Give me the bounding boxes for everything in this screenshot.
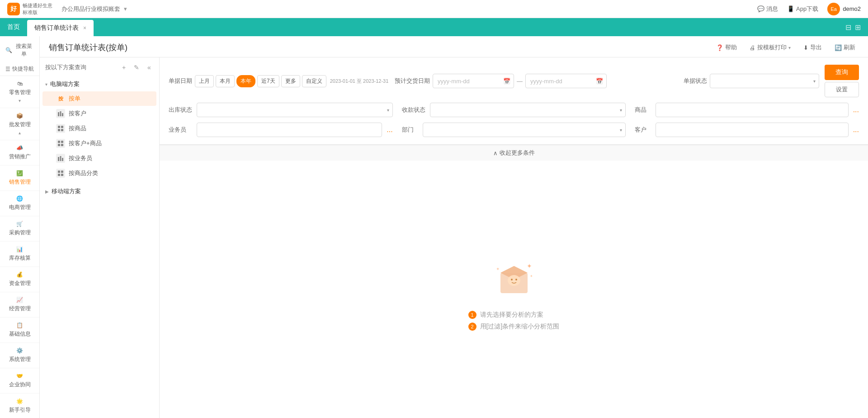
- dept-select[interactable]: [423, 123, 626, 137]
- dept-select-wrap: ▾: [423, 123, 626, 137]
- left-panel-title: 按以下方案查询: [45, 63, 86, 71]
- left-panel: 按以下方案查询 + ✎ « ▾ 电脑端方案 按: [40, 57, 160, 418]
- add-scheme-button[interactable]: +: [119, 63, 128, 72]
- product-ellipsis-button[interactable]: ...: [853, 106, 859, 114]
- right-content: 单据日期 上月 本月 本年 近7天 更多 自定义 2023-01-01 至 20…: [160, 57, 868, 418]
- refresh-button[interactable]: 🔄 刷新: [831, 42, 859, 53]
- sidebar-item-inventory[interactable]: 📊 库存核算: [0, 242, 39, 267]
- salesman-input[interactable]: [197, 123, 382, 137]
- edit-scheme-button[interactable]: ✎: [132, 63, 141, 72]
- status-select[interactable]: [710, 74, 819, 88]
- last-month-button[interactable]: 上月: [195, 75, 214, 87]
- tab-sales-order-summary[interactable]: 销售订单统计表 ×: [27, 20, 94, 36]
- sidebar-item-purchase[interactable]: 🛒 采购管理: [0, 216, 39, 242]
- svg-rect-15: [61, 171, 63, 173]
- export-button[interactable]: ⬇ 导出: [800, 42, 826, 53]
- top-bar-left: 好 畅捷通好生意 标准版 办公用品行业模拟账套 ▾: [7, 2, 127, 15]
- svg-rect-5: [58, 129, 60, 131]
- left-panel-icons: + ✎ «: [119, 63, 154, 72]
- mobile-scheme-group: ▶ 移动端方案: [40, 183, 159, 200]
- message-button[interactable]: 💬 消息: [757, 5, 778, 13]
- salesman-ellipsis-button[interactable]: ...: [387, 126, 392, 134]
- download-icon: 📱: [787, 5, 794, 12]
- scheme-item-by-cust-prod[interactable]: 按客户+商品: [42, 136, 156, 151]
- newbie-icon: 🌟: [16, 398, 23, 404]
- filter-row-2: 出库状态 ▾ 收款状态 ▾: [169, 103, 859, 117]
- scheme-item-by-customer[interactable]: 按客户: [42, 106, 156, 121]
- inventory-icon: 📊: [16, 246, 23, 252]
- scheme-item-by-category[interactable]: 按商品分类: [42, 166, 156, 180]
- sidebar-item-finance[interactable]: 💰 资金管理: [0, 267, 39, 292]
- svg-rect-10: [61, 144, 63, 146]
- sidebar-item-retail[interactable]: 🛍 零售管理 ▾: [0, 76, 39, 108]
- sidebar-item-sales[interactable]: 💹 销售管理: [0, 166, 39, 191]
- sidebar-item-newbie[interactable]: 🌟 新手引导: [0, 394, 39, 418]
- purchase-icon: 🛒: [16, 221, 23, 227]
- empty-tips: 1 请先选择要分析的方案 2 用[过滤]条件来缩小分析范围: [468, 311, 560, 331]
- quick-nav-button[interactable]: ☰ 快捷导航: [0, 62, 39, 76]
- custom-button[interactable]: 自定义: [302, 75, 326, 87]
- sidebar-item-ecommerce[interactable]: 🌐 电商管理: [0, 191, 39, 216]
- payment-select[interactable]: [430, 103, 626, 117]
- filter-payment-section: 收款状态 ▾: [402, 103, 626, 117]
- mobile-scheme-group-header[interactable]: ▶ 移动端方案: [40, 185, 159, 198]
- more-button[interactable]: 更多: [281, 75, 300, 87]
- svg-rect-2: [62, 113, 63, 116]
- app-download-button[interactable]: 📱 App下载: [787, 5, 818, 13]
- collapse-panel-button[interactable]: «: [145, 63, 154, 72]
- filter-status-section: 单据状态 ▾: [684, 74, 819, 88]
- expand-icon[interactable]: ⊞: [855, 23, 861, 32]
- filter-area: 单据日期 上月 本月 本年 近7天 更多 自定义 2023-01-01 至 20…: [160, 57, 868, 145]
- marketing-icon: 📣: [16, 145, 23, 151]
- filter-row-3: 业务员 ... 部门 ▾ 客户: [169, 123, 859, 137]
- minimize-icon[interactable]: ⊟: [845, 23, 851, 32]
- user-menu[interactable]: Ea demo2: [827, 3, 861, 15]
- template-print-button[interactable]: 🖨 按模板打印 ▾: [746, 42, 794, 53]
- filter-row-1: 单据日期 上月 本月 本年 近7天 更多 自定义 2023-01-01 至 20…: [169, 65, 859, 97]
- filter-dept-section: 部门 ▾: [402, 123, 626, 137]
- svg-rect-4: [61, 126, 63, 128]
- sidebar-item-marketing[interactable]: 📣 营销推广: [0, 140, 39, 166]
- svg-point-23: [515, 279, 517, 280]
- customer-input[interactable]: [656, 123, 848, 137]
- sidebar-item-cooperation[interactable]: 🤝 企业协同: [0, 368, 39, 394]
- query-button[interactable]: 查询: [825, 65, 859, 80]
- filter-date-section: 单据日期 上月 本月 本年 近7天 更多 自定义 2023-01-01 至 20…: [169, 75, 395, 87]
- settings-button[interactable]: 设置: [825, 82, 859, 97]
- scheme-item-by-salesman[interactable]: 按业务员: [42, 151, 156, 166]
- sidebar-item-operation[interactable]: 📈 经营管理: [0, 292, 39, 318]
- mobile-group-arrow-icon: ▶: [45, 189, 49, 194]
- svg-text:✦: ✦: [496, 266, 500, 271]
- tab-home[interactable]: 首页: [0, 18, 27, 36]
- pc-scheme-group-header[interactable]: ▾ 电脑端方案: [40, 77, 159, 91]
- expected-date-label: 预计交货日期: [395, 77, 430, 85]
- 7days-button[interactable]: 近7天: [257, 75, 279, 87]
- scheme-item-by-order[interactable]: 按 按单: [42, 91, 156, 106]
- svg-rect-7: [58, 141, 60, 143]
- sales-icon: 💹: [16, 170, 23, 176]
- sidebar-item-system[interactable]: ⚙️ 系统管理: [0, 343, 39, 368]
- delivery-select[interactable]: [197, 103, 393, 117]
- dept-label: 部门: [402, 126, 420, 134]
- search-icon: 🔍: [5, 47, 12, 53]
- logo-icon: 好: [7, 3, 20, 15]
- export-icon: ⬇: [803, 44, 808, 51]
- sidebar-item-wholesale[interactable]: 📦 批发管理 ▴: [0, 108, 39, 140]
- this-year-button[interactable]: 本年: [236, 75, 255, 87]
- svg-rect-9: [58, 144, 60, 146]
- quick-date-buttons: 上月 本月 本年 近7天 更多 自定义: [195, 75, 326, 87]
- scheme-item-by-product[interactable]: 按商品: [42, 121, 156, 136]
- tab-bar: 首页 销售订单统计表 × ⊟ ⊞: [0, 18, 868, 36]
- date-start-input[interactable]: [433, 74, 514, 88]
- svg-point-22: [511, 279, 513, 280]
- this-month-button[interactable]: 本月: [216, 75, 235, 87]
- help-button[interactable]: ❓ 帮助: [712, 42, 741, 53]
- tab-close-icon[interactable]: ×: [83, 25, 86, 31]
- search-menu-button[interactable]: 🔍 搜索菜单: [4, 41, 36, 60]
- customer-ellipsis-button[interactable]: ...: [853, 126, 859, 134]
- sidebar-item-basic[interactable]: 📋 基础信息: [0, 318, 39, 343]
- collapse-row[interactable]: ∧ 收起更多条件: [160, 145, 868, 161]
- date-end-input[interactable]: [525, 74, 607, 88]
- query-action-buttons: 查询 设置: [825, 65, 859, 97]
- product-input[interactable]: [656, 103, 848, 117]
